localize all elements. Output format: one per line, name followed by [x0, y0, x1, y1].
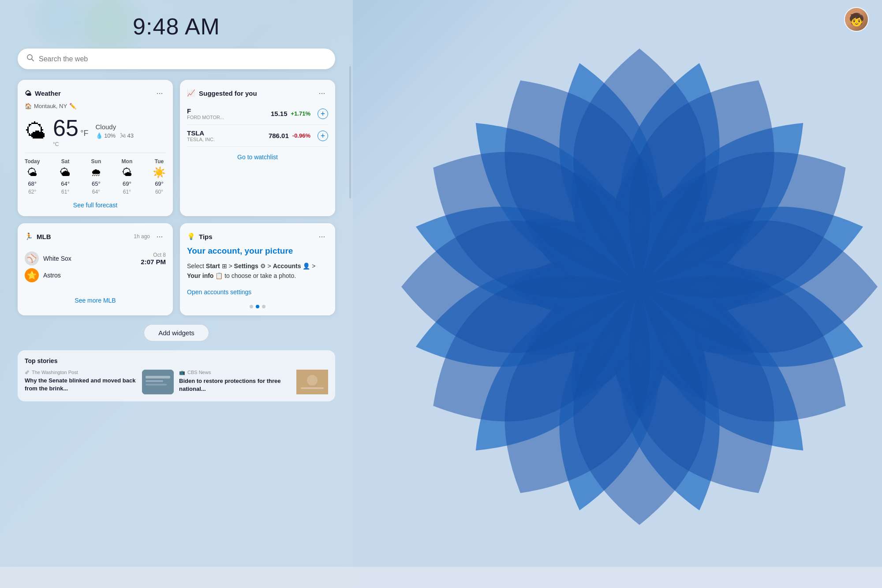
forecast-tue-low: 60° [155, 189, 163, 195]
weather-temp-block: 65 °F °C [53, 115, 89, 147]
forecast-tue-high: 69° [155, 180, 164, 187]
mlb-game-row: ⚾ White Sox Oct 8 2:07 PM ⭐ Astros [25, 246, 166, 290]
weather-widget: 🌤 Weather ··· 🏠 Montauk, NY ✏️ 🌤 65 °F °… [18, 80, 173, 216]
game-time: 2:07 PM [141, 258, 166, 266]
stock-f-info: F FORD MOTOR... [187, 107, 224, 120]
stock-tsla-change: -0.96% [292, 132, 310, 139]
team1-row: ⚾ White Sox Oct 8 2:07 PM [25, 251, 166, 266]
forecast-sun-low: 64° [92, 189, 100, 195]
washington-post-name: The Washington Post [32, 370, 78, 375]
widget-panel: 9:48 AM 🌤 Weather ··· 🏠 Montauk, N [0, 0, 353, 588]
mlb-time-ago: 1h ago [134, 233, 150, 240]
forecast-sat-icon: 🌥 [60, 166, 71, 179]
carousel-dot-3[interactable] [262, 305, 265, 308]
mlb-menu-button[interactable]: ··· [153, 230, 166, 243]
weather-menu-button[interactable]: ··· [153, 87, 166, 99]
stock-f-values: 15.15 +1.71% + [261, 109, 328, 119]
mlb-widget: 🏃 MLB 1h ago ··· ⚾ White Sox Oct 8 2:07 … [18, 223, 173, 315]
stock-tsla-info: TSLA TESLA, INC. [187, 129, 215, 142]
stock-row-f: F FORD MOTOR... 15.15 +1.71% + [187, 103, 328, 125]
go-watchlist-link[interactable]: Go to watchlist [237, 154, 278, 161]
cbs-news-name: CBS News [187, 370, 211, 375]
open-accounts-settings-link[interactable]: Open accounts settings [187, 288, 251, 296]
tips-title-text: Tips [199, 233, 213, 240]
team2-row: ⭐ Astros [25, 268, 166, 282]
game-time-col: Oct 8 2:07 PM [141, 252, 166, 266]
tips-link[interactable]: Open accounts settings [187, 288, 328, 296]
stock-tsla-name: TESLA, INC. [187, 137, 215, 142]
stock-f-change: +1.71% [291, 110, 310, 117]
stock-tsla-add-button[interactable]: + [318, 131, 328, 141]
tips-settings-bold: Settings [234, 262, 258, 270]
stories-grid: 🗞 The Washington Post Why the Senate bli… [25, 370, 328, 394]
carousel-dot-2[interactable] [256, 305, 259, 308]
weather-humidity: 💧 10% 🌬 43 [96, 132, 134, 139]
svg-rect-8 [301, 387, 324, 389]
story-item-biden[interactable]: 📺 CBS News Biden to restore protections … [179, 370, 328, 394]
svg-rect-3 [146, 376, 170, 378]
stocks-header: 📈 Suggested for you ··· [187, 87, 328, 99]
weather-title-row: 🌤 Weather [25, 90, 61, 97]
search-icon [26, 54, 34, 64]
weather-location-text: Montauk, NY [34, 103, 67, 109]
stock-f-add-button[interactable]: + [318, 109, 328, 119]
stock-tsla-price: 786.01 [262, 132, 289, 139]
forecast-today-high: 68° [28, 180, 37, 187]
story-item-senate[interactable]: 🗞 The Washington Post Why the Senate bli… [25, 370, 174, 394]
add-widgets-button[interactable]: Add widgets [144, 324, 209, 341]
see-full-forecast[interactable]: See full forecast [25, 201, 166, 209]
see-more-mlb-link[interactable]: See more MLB [75, 297, 116, 304]
story-senate-content: 🗞 The Washington Post Why the Senate bli… [25, 370, 138, 393]
windows-bloom [375, 22, 882, 551]
add-widgets-row: Add widgets [18, 324, 335, 341]
see-full-forecast-link[interactable]: See full forecast [73, 202, 117, 209]
forecast-sat: Sat 🌥 64° 61° [60, 158, 71, 195]
story-biden-thumbnail [296, 370, 328, 394]
top-stories-section: Top stories 🗞 The Washington Post Why th… [18, 350, 335, 401]
search-bar[interactable] [18, 49, 335, 69]
stocks-title: Suggested for you [199, 90, 257, 97]
story-senate-source: 🗞 The Washington Post [25, 370, 138, 375]
weather-condition-icon: 🌤 [25, 119, 46, 143]
forecast-mon-label: Mon [122, 158, 133, 165]
weather-forecast: Today 🌤 68° 62° Sat 🌥 64° 61° Sun 🌧 65° … [25, 153, 166, 195]
search-input[interactable] [39, 55, 326, 63]
forecast-sat-label: Sat [61, 158, 70, 165]
weather-icon: 🌤 [25, 90, 31, 97]
weather-temp: 65 [53, 115, 78, 141]
user-avatar[interactable]: 🧒 [844, 7, 869, 32]
tips-menu-button[interactable]: ··· [316, 230, 328, 243]
story-senate-headline: Why the Senate blinked and moved back fr… [25, 377, 138, 393]
svg-point-7 [307, 375, 318, 386]
forecast-sat-low: 61° [61, 189, 69, 195]
weather-description: Cloudy [96, 123, 134, 131]
weather-header: 🌤 Weather ··· [25, 87, 166, 99]
cbs-news-icon: 📺 [179, 370, 185, 375]
time-display: 9:48 AM [18, 13, 335, 40]
edit-icon[interactable]: ✏️ [69, 103, 76, 109]
svg-line-1 [32, 59, 34, 61]
forecast-mon-icon: 🌤 [122, 166, 132, 179]
go-watchlist[interactable]: Go to watchlist [187, 153, 328, 161]
forecast-mon-low: 61° [123, 189, 131, 195]
story-biden-content: 📺 CBS News Biden to restore protections … [179, 370, 292, 393]
mlb-title-row: 🏃 MLB [25, 232, 51, 240]
forecast-today-low: 62° [28, 189, 36, 195]
story-biden-headline: Biden to restore protections for three n… [179, 377, 292, 393]
see-more-mlb[interactable]: See more MLB [25, 296, 166, 304]
weather-location: 🏠 Montauk, NY ✏️ [25, 103, 166, 109]
weather-title: Weather [35, 90, 61, 97]
carousel-dots [187, 305, 328, 308]
carousel-dot-1[interactable] [250, 305, 253, 308]
weather-main: 🌤 65 °F °C Cloudy 💧 10% 🌬 43 [25, 115, 166, 147]
stock-f-price: 15.15 [261, 110, 288, 117]
forecast-sun-high: 65° [92, 180, 101, 187]
mlb-icon: 🏃 [25, 232, 33, 240]
stocks-menu-button[interactable]: ··· [316, 87, 328, 99]
forecast-tue-label: Tue [155, 158, 164, 165]
stock-row-tsla: TSLA TESLA, INC. 786.01 -0.96% + [187, 125, 328, 147]
forecast-tue-icon: ☀️ [153, 166, 166, 179]
avatar-image: 🧒 [845, 8, 868, 31]
tips-accounts-bold: Accounts [273, 262, 301, 270]
scroll-indicator [349, 66, 351, 198]
